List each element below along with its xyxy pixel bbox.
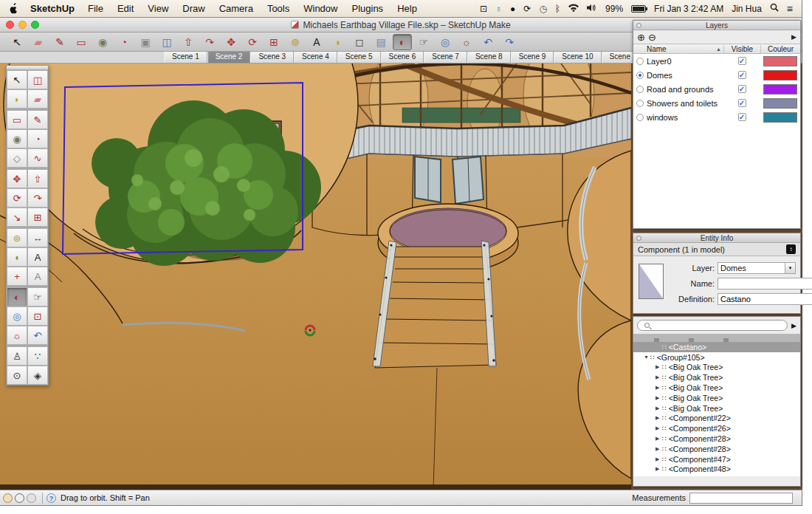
palette-zoom-extents-button[interactable]: ☼ xyxy=(7,326,27,345)
palette-paint-bucket-button[interactable]: ◗ xyxy=(7,89,27,109)
scene-tab[interactable]: Scene 3 xyxy=(250,52,294,63)
layer-row[interactable]: Road and grounds ✓ xyxy=(633,82,800,96)
palette-3d-text-button[interactable]: A xyxy=(27,267,48,286)
outliner-row[interactable]: ▶ ∷ <Component#48> xyxy=(633,465,800,475)
palette-freehand-button[interactable]: ∿ xyxy=(27,148,48,168)
do-not-disturb-icon[interactable]: ● xyxy=(510,4,515,13)
orbit-tool-button[interactable]: ◐ xyxy=(393,34,412,50)
visibility-checkbox[interactable]: ✓ xyxy=(738,99,746,107)
zoom-tool-button[interactable]: ◎ xyxy=(436,34,455,50)
expander-icon[interactable]: ▶ xyxy=(656,425,662,431)
palette-make-component-button[interactable]: ◫ xyxy=(27,70,48,89)
active-layer-radio[interactable] xyxy=(636,58,644,65)
expander-icon[interactable]: ▼ xyxy=(644,354,650,360)
layers-panel-title-bar[interactable]: Layers xyxy=(633,21,800,30)
soften-eraser-tool-button[interactable]: ◻ xyxy=(350,34,369,50)
menu-item[interactable]: Help xyxy=(397,3,417,14)
next-view-tool-button[interactable]: ↷ xyxy=(500,34,519,50)
expander-icon[interactable]: ▶ xyxy=(656,436,662,442)
outliner-row[interactable]: ▼ ∷ <Group#105> xyxy=(633,352,800,363)
app-menu-title[interactable]: SketchUp xyxy=(30,3,75,14)
battery-icon[interactable] xyxy=(631,5,646,13)
close-panel-button[interactable] xyxy=(636,236,641,241)
zoom-window-button[interactable] xyxy=(31,21,39,29)
add-layer-button[interactable]: ⊕ xyxy=(637,32,645,43)
geolocation-status-icon[interactable] xyxy=(3,493,13,503)
scene-tab[interactable]: Scene 7 xyxy=(424,52,467,63)
scene-tab[interactable]: Scene 9 xyxy=(511,52,554,63)
palette-text-button[interactable]: A xyxy=(27,247,48,267)
previous-view-tool-button[interactable]: ↶ xyxy=(478,34,498,50)
menu-item[interactable]: Draw xyxy=(182,3,204,14)
time-machine-icon[interactable]: ◷ xyxy=(539,4,546,13)
pan-tool-button[interactable]: ☞ xyxy=(414,34,433,50)
video-camera-icon[interactable]: ⊡ xyxy=(480,4,487,13)
visibility-checkbox[interactable]: ✓ xyxy=(738,57,746,65)
palette-arc-button[interactable]: ◔ xyxy=(27,129,48,148)
palette-scale-button[interactable]: ↘ xyxy=(7,208,27,227)
palette-offset-button[interactable]: ⊞ xyxy=(27,208,48,227)
palette-protractor-button[interactable]: ◖ xyxy=(7,247,27,267)
text-tool-button[interactable]: A xyxy=(307,34,326,50)
outliner-row[interactable]: ∷ <Castano> xyxy=(633,342,800,352)
spotlight-search-icon[interactable] xyxy=(770,3,779,14)
outliner-row[interactable]: ▶ ∷ <Big Oak Tree> xyxy=(633,363,800,373)
paint-bucket-tool-button[interactable]: ◗ xyxy=(328,34,348,50)
close-panel-button[interactable] xyxy=(636,23,641,28)
palette-rectangle-button[interactable]: ▭ xyxy=(7,110,27,129)
active-layer-radio[interactable] xyxy=(636,114,644,121)
close-window-button[interactable] xyxy=(6,21,14,29)
active-layer-radio[interactable] xyxy=(636,72,644,79)
menu-item[interactable]: Tools xyxy=(267,3,289,14)
layer-row[interactable]: Domes ✓ xyxy=(633,68,800,82)
scene-tab[interactable]: Scene 5 xyxy=(337,52,381,63)
minimize-window-button[interactable] xyxy=(18,21,27,29)
palette-orbit-button[interactable]: ◐ xyxy=(7,287,27,306)
outliner-row[interactable]: ▶ ∷ <Component#28> xyxy=(633,434,800,444)
visibility-checkbox[interactable]: ✓ xyxy=(738,113,746,121)
palette-circle-button[interactable]: ◉ xyxy=(7,129,27,148)
palette-tape-measure-button[interactable]: ⊚ xyxy=(7,228,27,247)
outliner-row[interactable]: ▶ ∷ <Component#47> xyxy=(633,454,800,465)
expander-icon[interactable]: ▶ xyxy=(656,405,662,411)
name-field[interactable] xyxy=(718,278,812,289)
toggle-details-button[interactable]: ↕ xyxy=(786,244,796,254)
help-icon[interactable]: ? xyxy=(47,493,56,503)
circle-tool-button[interactable]: ◉ xyxy=(93,34,112,50)
outliner-row[interactable]: ▶ ∷ <Big Oak Tree> xyxy=(633,403,800,414)
layer-row[interactable]: Showers and toilets ✓ xyxy=(633,96,800,110)
expander-icon[interactable]: ▶ xyxy=(656,446,662,452)
palette-walk-button[interactable]: ∵ xyxy=(27,346,48,366)
measurements-input[interactable] xyxy=(689,493,793,504)
follow-me-tool-button[interactable]: ↷ xyxy=(200,34,219,50)
tape-measure-tool-button[interactable]: ⊚ xyxy=(286,34,305,50)
palette-position-camera-button[interactable]: ♙ xyxy=(7,346,27,366)
menu-item[interactable]: Window xyxy=(303,3,337,14)
palette-axes-button[interactable]: + xyxy=(7,267,27,286)
palette-compass-button[interactable]: ◈ xyxy=(27,366,48,385)
menu-bar-clock[interactable]: Fri Jan 3 2:42 AM xyxy=(654,4,723,14)
layer-row[interactable]: Layer0 ✓ xyxy=(633,54,800,68)
visibility-checkbox[interactable]: ✓ xyxy=(738,71,746,79)
section-plane-tool-button[interactable]: ▤ xyxy=(371,34,390,50)
rectangle-tool-button[interactable]: ▭ xyxy=(72,34,91,50)
rotate-tool-button[interactable]: ⟳ xyxy=(243,34,262,50)
palette-zoom-window-button[interactable]: ⊡ xyxy=(27,306,48,326)
palette-dimension-button[interactable]: ↔ xyxy=(27,228,48,247)
palette-previous-view-button[interactable]: ↶ xyxy=(27,326,48,345)
definition-field[interactable] xyxy=(718,293,812,305)
scene-tab[interactable]: Scene 8 xyxy=(467,52,511,63)
offset-tool-button[interactable]: ⊞ xyxy=(264,34,283,50)
outliner-row[interactable]: ▶ ∷ <Big Oak Tree> xyxy=(633,372,800,383)
move-tool-button[interactable]: ✥ xyxy=(221,34,241,50)
palette-select-button[interactable]: ↖ xyxy=(7,70,27,89)
line-tool-button[interactable]: ✎ xyxy=(50,34,69,50)
remove-layer-button[interactable]: ⊖ xyxy=(648,32,656,43)
expander-icon[interactable]: ▶ xyxy=(656,456,662,462)
apple-menu-icon[interactable] xyxy=(9,3,18,14)
active-layer-radio[interactable] xyxy=(636,100,644,107)
volume-icon[interactable] xyxy=(587,4,597,14)
scene-tab[interactable]: Scene 10 xyxy=(554,52,601,63)
layer-dropdown[interactable]: Domes ▼ xyxy=(718,262,796,274)
palette-look-around-button[interactable]: ⊙ xyxy=(7,366,27,385)
